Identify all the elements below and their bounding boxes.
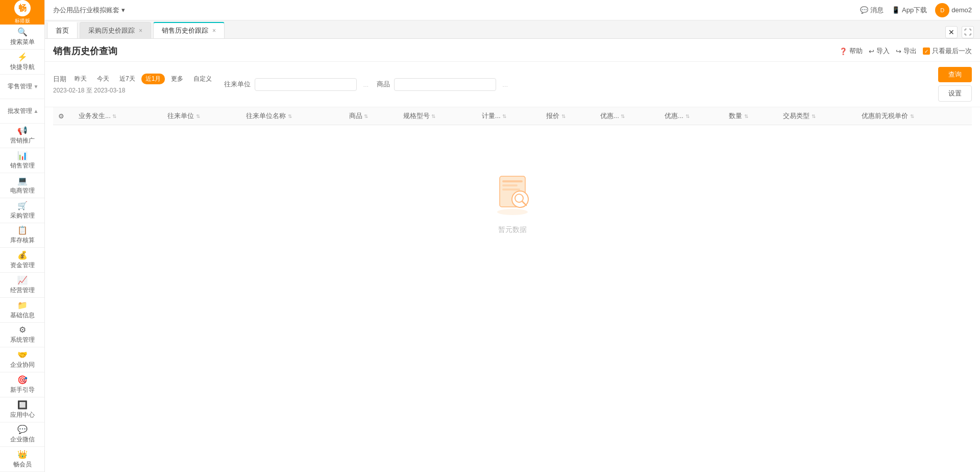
- avatar: D: [935, 3, 949, 17]
- sidebar-item-label: 应用中心: [10, 411, 35, 419]
- date-btn-more[interactable]: 更多: [167, 74, 187, 84]
- date-btn-today[interactable]: 今天: [93, 74, 113, 84]
- system-icon: ⚙: [19, 325, 26, 335]
- col-partner-name[interactable]: 往来单位名称 ⇅: [241, 107, 344, 125]
- sidebar-item-marketing[interactable]: 📢 营销推广: [0, 124, 45, 149]
- sidebar-item-label: 电商管理: [10, 186, 35, 195]
- sidebar-item-sales[interactable]: 📊 销售管理: [0, 148, 45, 173]
- partner-label: 往来单位: [224, 80, 251, 89]
- sidebar-item-label: 系统管理: [10, 336, 35, 344]
- sidebar-item-basic-info[interactable]: 📁 基础信息: [0, 298, 45, 323]
- svg-rect-2: [502, 180, 523, 182]
- col-partner[interactable]: 往来单位 ⇅: [162, 107, 241, 125]
- sort-icon: ⇅: [621, 113, 625, 119]
- help-button[interactable]: ❓ 帮助: [839, 46, 863, 56]
- sidebar-item-label: 企业微信: [10, 435, 35, 444]
- sidebar-item-operations[interactable]: 📈 经营管理: [0, 273, 45, 298]
- close-tab-icon[interactable]: ×: [139, 27, 142, 34]
- sidebar-item-app-center[interactable]: 🔲 应用中心: [0, 397, 45, 422]
- chevron-up-icon: ▲: [34, 108, 39, 114]
- maximize-button[interactable]: ⛶: [962, 26, 974, 38]
- col-quantity[interactable]: 数量 ⇅: [724, 107, 778, 125]
- sidebar-item-guide[interactable]: 🎯 新手引导: [0, 372, 45, 397]
- col-label: 优惠前无税单价: [862, 112, 908, 120]
- topbar-right: 💬 消息 📱 App下载 D demo2: [860, 3, 972, 17]
- date-btn-1month[interactable]: 近1月: [141, 74, 165, 84]
- product-dots[interactable]: ...: [502, 81, 508, 88]
- message-button[interactable]: 💬 消息: [860, 6, 884, 15]
- tab-purchase-history[interactable]: 采购历史价跟踪 ×: [80, 22, 151, 38]
- sidebar-item-inventory[interactable]: 📋 库存核算: [0, 223, 45, 248]
- partner-dots[interactable]: ...: [363, 81, 369, 88]
- close-window-button[interactable]: ✕: [945, 26, 958, 38]
- app-logo[interactable]: 畅 标搭贩: [0, 0, 45, 25]
- export-icon: ↪: [896, 48, 901, 55]
- date-btn-yesterday[interactable]: 昨天: [70, 74, 91, 84]
- only-last-label: 只看最后一次: [932, 46, 972, 56]
- col-discount2[interactable]: 优惠... ⇅: [659, 107, 724, 125]
- sidebar-item-system[interactable]: ⚙ 系统管理: [0, 323, 45, 348]
- col-label: 往来单位: [167, 112, 194, 120]
- sidebar-item-enterprise[interactable]: 🤝 企业协同: [0, 347, 45, 372]
- close-tab-icon[interactable]: ×: [212, 27, 216, 34]
- sort-icon: ⇅: [502, 113, 506, 119]
- app-center-icon: 🔲: [17, 400, 28, 410]
- empty-state: 暂元数据: [45, 125, 980, 275]
- company-name: 办公用品行业模拟账套: [53, 6, 119, 15]
- sidebar-item-quick-nav[interactable]: ⚡ 快捷导航: [0, 50, 45, 75]
- sidebar-item-wholesale[interactable]: 批发管理 ▲: [0, 99, 45, 124]
- col-unit[interactable]: 计量... ⇅: [477, 107, 541, 125]
- sort-icon: ⇅: [364, 113, 368, 119]
- product-filter-group: 商品 ...: [377, 78, 508, 91]
- company-selector[interactable]: 办公用品行业模拟账套 ▾: [53, 6, 125, 15]
- sidebar-item-ecommerce[interactable]: 💻 电商管理: [0, 173, 45, 198]
- data-table: ⚙ 业务发生... ⇅ 往来单位 ⇅ 往来单位名称 ⇅: [53, 107, 972, 125]
- col-product[interactable]: 商品 ⇅: [344, 107, 398, 125]
- date-range-display: 2023-02-18 至 2023-03-18: [53, 86, 216, 95]
- export-button[interactable]: ↪ 导出: [896, 46, 917, 56]
- sort-icon: ⇅: [561, 113, 566, 119]
- sidebar-item-search[interactable]: 🔍 搜索菜单: [0, 25, 45, 50]
- purchase-icon: 🛒: [17, 201, 28, 210]
- col-transaction-type[interactable]: 交易类型 ⇅: [778, 107, 856, 125]
- checkbox-icon: [923, 48, 930, 55]
- tab-home[interactable]: 首页: [47, 22, 78, 38]
- search-icon: 🔍: [17, 27, 28, 37]
- sort-icon: ⇅: [196, 113, 200, 119]
- sort-icon: ⇅: [744, 113, 748, 119]
- app-download-button[interactable]: 📱 App下载: [892, 6, 927, 15]
- col-discount1[interactable]: 优惠... ⇅: [595, 107, 659, 125]
- tab-label: 采购历史价跟踪: [88, 26, 135, 35]
- col-label: 商品: [349, 112, 362, 120]
- col-gear[interactable]: ⚙: [53, 107, 74, 125]
- sort-icon: ⇅: [112, 113, 116, 119]
- sidebar-item-label: 新手引导: [10, 386, 35, 394]
- topbar: 办公用品行业模拟账套 ▾ 💬 消息 📱 App下载 D demo2: [45, 0, 980, 20]
- date-btn-7days[interactable]: 近7天: [115, 74, 139, 84]
- col-business-date[interactable]: 业务发生... ⇅: [74, 107, 162, 125]
- col-pre-discount-price[interactable]: 优惠前无税单价 ⇅: [856, 107, 972, 125]
- sidebar-item-membership[interactable]: 👑 畅会员: [0, 447, 45, 472]
- sort-icon: ⇅: [431, 113, 435, 119]
- user-profile-button[interactable]: D demo2: [935, 3, 972, 17]
- sidebar-item-purchase[interactable]: 🛒 采购管理: [0, 198, 45, 223]
- only-last-checkbox[interactable]: 只看最后一次: [923, 46, 972, 56]
- query-button[interactable]: 查询: [938, 67, 972, 82]
- inventory-icon: 📋: [17, 225, 28, 235]
- import-button[interactable]: ↩ 导入: [869, 46, 890, 56]
- sidebar-item-label: 采购管理: [10, 211, 35, 220]
- partner-input[interactable]: [255, 78, 357, 91]
- ecommerce-icon: 💻: [17, 176, 28, 185]
- col-spec[interactable]: 规格型号 ⇅: [398, 107, 477, 125]
- filter-action-buttons: 查询 设置: [938, 67, 972, 102]
- product-input[interactable]: [394, 78, 496, 91]
- sidebar-item-finance[interactable]: 💰 资金管理: [0, 248, 45, 273]
- settings-button[interactable]: 设置: [938, 85, 972, 102]
- sidebar-item-retail[interactable]: 零售管理 ▼: [0, 75, 45, 99]
- tabs-actions: ✕ ⛶: [945, 26, 980, 38]
- tab-sales-history[interactable]: 销售历史价跟踪 ×: [153, 22, 225, 38]
- sidebar-item-wechat[interactable]: 💬 企业微信: [0, 422, 45, 447]
- col-label: 业务发生...: [79, 112, 111, 120]
- col-quoted-price[interactable]: 报价 ⇅: [541, 107, 595, 125]
- date-btn-custom[interactable]: 自定义: [189, 74, 216, 84]
